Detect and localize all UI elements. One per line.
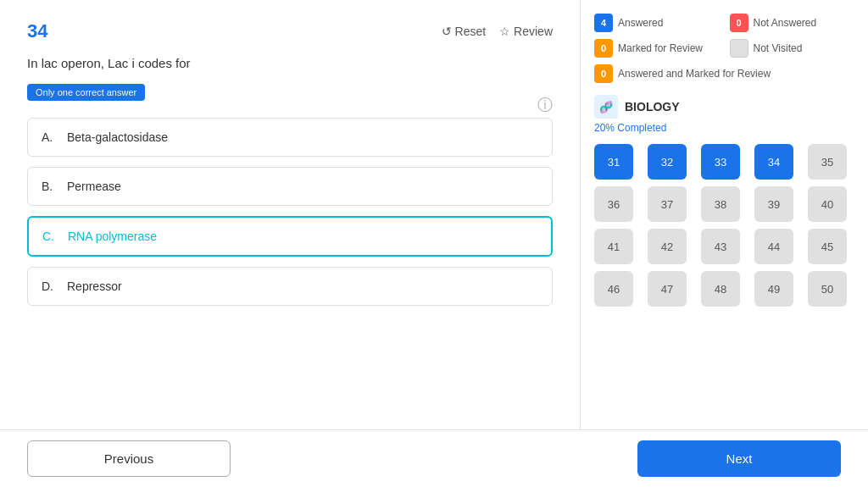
question-btn-35[interactable]: 35 bbox=[808, 144, 847, 180]
info-icon[interactable]: ⓘ bbox=[537, 95, 553, 115]
question-btn-49[interactable]: 49 bbox=[754, 271, 793, 307]
not-answered-label: Not Answered bbox=[754, 17, 817, 29]
question-btn-41[interactable]: 41 bbox=[594, 229, 633, 264]
legend: 4 Answered 0 Not Answered 0 Marked for R… bbox=[594, 14, 854, 83]
question-btn-42[interactable]: 42 bbox=[648, 229, 687, 264]
option-b[interactable]: B. Permease bbox=[27, 167, 553, 206]
reset-icon: ↺ bbox=[442, 25, 452, 38]
reset-label: Reset bbox=[455, 25, 487, 38]
legend-marked: 0 Marked for Review bbox=[594, 39, 720, 58]
options-list: A. Beta-galactosidase B. Permease C. RNA… bbox=[27, 118, 553, 306]
not-answered-badge: 0 bbox=[730, 14, 748, 32]
option-d-text: Repressor bbox=[67, 279, 122, 293]
option-c-text: RNA polymerase bbox=[68, 230, 157, 243]
option-a[interactable]: A. Beta-galactosidase bbox=[27, 118, 553, 157]
question-btn-37[interactable]: 37 bbox=[648, 186, 687, 222]
option-a-text: Beta-galactosidase bbox=[67, 130, 168, 144]
star-icon: ☆ bbox=[499, 25, 510, 38]
question-btn-48[interactable]: 48 bbox=[701, 271, 740, 307]
question-number: 34 bbox=[27, 20, 47, 42]
question-actions: ↺ Reset ☆ Review bbox=[442, 25, 553, 38]
not-visited-badge bbox=[730, 39, 748, 58]
section-title: 🧬 BIOLOGY bbox=[594, 95, 854, 119]
question-panel: 34 ↺ Reset ☆ Review In lac operon, Lac i… bbox=[0, 0, 580, 429]
answered-marked-label: Answered and Marked for Review bbox=[618, 68, 771, 80]
section-name: BIOLOGY bbox=[625, 100, 680, 113]
question-text: In lac operon, Lac i codes for bbox=[27, 56, 553, 70]
reset-button[interactable]: ↺ Reset bbox=[442, 25, 487, 38]
question-btn-34[interactable]: 34 bbox=[754, 144, 793, 180]
answered-badge: 4 bbox=[594, 14, 613, 32]
legend-answered: 4 Answered bbox=[594, 14, 720, 32]
question-btn-47[interactable]: 47 bbox=[648, 271, 687, 307]
question-btn-40[interactable]: 40 bbox=[808, 186, 847, 222]
option-d[interactable]: D. Repressor bbox=[27, 267, 553, 306]
legend-not-visited: Not Visited bbox=[730, 39, 855, 58]
question-btn-46[interactable]: 46 bbox=[594, 271, 633, 307]
question-grid: 3132333435363738394041424344454647484950 bbox=[594, 144, 854, 307]
review-button[interactable]: ☆ Review bbox=[499, 25, 553, 38]
question-header: 34 ↺ Reset ☆ Review bbox=[27, 20, 553, 42]
question-btn-38[interactable]: 38 bbox=[701, 186, 740, 222]
footer: Previous Next bbox=[0, 429, 868, 487]
question-btn-44[interactable]: 44 bbox=[754, 229, 793, 264]
next-button[interactable]: Next bbox=[637, 440, 841, 477]
section-icon: 🧬 bbox=[594, 95, 618, 119]
not-visited-label: Not Visited bbox=[754, 42, 803, 54]
question-btn-43[interactable]: 43 bbox=[701, 229, 740, 264]
question-btn-39[interactable]: 39 bbox=[754, 186, 793, 222]
question-btn-36[interactable]: 36 bbox=[594, 186, 633, 222]
progress-label: 20% Completed bbox=[594, 122, 854, 134]
question-btn-50[interactable]: 50 bbox=[808, 271, 847, 307]
option-b-text: Permease bbox=[67, 180, 121, 193]
option-d-label: D. bbox=[42, 279, 58, 293]
question-btn-31[interactable]: 31 bbox=[594, 144, 633, 180]
marked-badge: 0 bbox=[594, 39, 613, 58]
legend-not-answered: 0 Not Answered bbox=[730, 14, 855, 32]
answered-marked-badge: 0 bbox=[594, 64, 613, 83]
previous-button[interactable]: Previous bbox=[27, 440, 231, 477]
right-panel: 4 Answered 0 Not Answered 0 Marked for R… bbox=[580, 0, 868, 429]
option-c-label: C. bbox=[42, 230, 59, 243]
option-c[interactable]: C. RNA polymerase bbox=[27, 216, 553, 257]
answer-type-badge: Only one correct answer bbox=[27, 84, 145, 101]
option-a-label: A. bbox=[42, 130, 58, 144]
answered-label: Answered bbox=[618, 17, 663, 29]
question-btn-33[interactable]: 33 bbox=[701, 144, 740, 180]
marked-label: Marked for Review bbox=[618, 42, 703, 54]
option-b-label: B. bbox=[42, 180, 58, 193]
question-btn-45[interactable]: 45 bbox=[808, 229, 847, 264]
review-label: Review bbox=[514, 25, 553, 38]
question-btn-32[interactable]: 32 bbox=[648, 144, 687, 180]
legend-answered-marked: 0 Answered and Marked for Review bbox=[594, 64, 854, 83]
